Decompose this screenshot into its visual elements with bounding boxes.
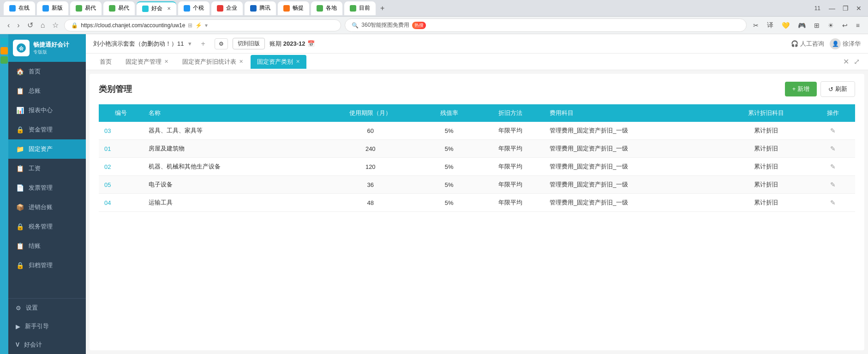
- browser-tab-7[interactable]: 企业: [211, 1, 243, 15]
- sidebar-item-asset[interactable]: 📁 固定资产: [8, 139, 86, 159]
- back-button[interactable]: ‹: [6, 19, 12, 31]
- user-dropdown-icon[interactable]: ▾: [188, 40, 192, 47]
- tabs-close-button[interactable]: ✕: [842, 56, 850, 67]
- cell-action-0[interactable]: ✎: [811, 122, 855, 140]
- cell-name-2: 机器、机械和其他生产设备: [143, 158, 320, 176]
- page-tab-category[interactable]: 固定资产类别 ✕: [251, 55, 306, 69]
- add-company-button[interactable]: +: [196, 38, 210, 50]
- brightness-icon[interactable]: ☀: [825, 20, 837, 31]
- sidebar-item-tax[interactable]: 🔒 税务管理: [8, 217, 86, 236]
- reload-button[interactable]: ↺: [25, 19, 35, 31]
- sidebar-item-fund[interactable]: 🔒 资金管理: [8, 120, 86, 139]
- icon-sidebar-top[interactable]: [0, 38, 8, 45]
- calendar-icon[interactable]: 📅: [307, 40, 315, 47]
- icon-sidebar: [0, 34, 8, 354]
- browser-tab-5-close[interactable]: ✕: [167, 6, 171, 11]
- cell-expense-2: 管理费用_固定资产折旧_一级: [544, 158, 721, 176]
- cut-icon[interactable]: ✂: [750, 20, 761, 31]
- sidebar-item-archive[interactable]: 🔒 归档管理: [8, 256, 86, 275]
- grid-icon[interactable]: ⊞: [811, 20, 822, 31]
- cell-method-1: 年限平均: [477, 140, 544, 158]
- cell-code-2: 02: [99, 158, 143, 176]
- browser-tab-4[interactable]: 易代: [103, 1, 135, 15]
- page-tab-category-close[interactable]: ✕: [296, 59, 300, 65]
- icon-sidebar-bot[interactable]: [0, 56, 8, 64]
- sidebar-item-invoice[interactable]: 📄 发票管理: [8, 178, 86, 198]
- sidebar-item-payroll[interactable]: 📋 工资: [8, 159, 86, 178]
- undo-icon[interactable]: ↩: [839, 20, 850, 31]
- sidebar-bottom: ⚙ 设置 ▶ 新手引导 V 好会计: [8, 298, 86, 354]
- game-icon[interactable]: 🎮: [795, 20, 808, 31]
- page-tab-depreciation[interactable]: 固定资产折旧统计表 ✕: [176, 55, 250, 69]
- switch-version-button[interactable]: 切到旧版: [233, 38, 265, 49]
- app-layout: 会 畅捷通好会计 专版版 🏠 首页 📋 总账 📊 报表中心 🔒 资金管: [0, 34, 868, 354]
- forward-button[interactable]: ›: [15, 19, 21, 31]
- sidebar-item-more[interactable]: V 好会计: [8, 336, 86, 354]
- browser-tab-2[interactable]: 新版: [37, 1, 68, 15]
- edit-button-4[interactable]: ✎: [827, 198, 838, 207]
- home-icon: 🏠: [16, 67, 24, 76]
- sidebar-item-guide[interactable]: ▶ 新手引导: [8, 317, 86, 336]
- url-expand-icon: ⊞: [188, 22, 192, 29]
- page-tab-depreciation-close[interactable]: ✕: [239, 59, 243, 65]
- page-header: 类别管理 + 新增 ↺ 刷新: [99, 81, 855, 97]
- page-tab-asset-mgmt[interactable]: 固定资产管理 ✕: [119, 55, 175, 69]
- invoice-icon: 📄: [16, 184, 24, 192]
- browser-tab-6[interactable]: 个税: [178, 1, 210, 15]
- wallet-icon[interactable]: 💛: [779, 20, 792, 31]
- sidebar-item-home[interactable]: 🏠 首页: [8, 62, 86, 81]
- menu-icon[interactable]: ≡: [853, 20, 862, 31]
- search-bar[interactable]: 🔍 360智能抠图免费用 热搜: [345, 18, 747, 32]
- browser-tab-10[interactable]: 各地: [311, 1, 342, 15]
- sidebar-item-settings[interactable]: ⚙ 设置: [8, 299, 86, 317]
- table-header: 编号 名称 使用期限（月） 残值率 折旧方法 费用科目 累计折旧科目 操作: [99, 104, 855, 122]
- service-button[interactable]: 🎧 人工咨询: [791, 40, 824, 48]
- browser-tab-9[interactable]: 畅提: [278, 1, 309, 15]
- cell-action-1[interactable]: ✎: [811, 140, 855, 158]
- cell-expense-4: 管理费用_固定资产折旧_一级: [544, 194, 721, 212]
- edit-button-2[interactable]: ✎: [827, 162, 838, 171]
- inventory-icon: 📦: [16, 203, 24, 211]
- sidebar-nav: 🏠 首页 📋 总账 📊 报表中心 🔒 资金管理 📁 固定资产 📋 工资: [8, 62, 86, 298]
- browser-tab-11[interactable]: 目前: [344, 1, 376, 15]
- cell-expense-1: 管理费用_固定资产折旧_一级: [544, 140, 721, 158]
- browser-tab-8[interactable]: 腾讯: [245, 1, 276, 15]
- browser-tab-5[interactable]: 好会 ✕: [137, 1, 176, 15]
- sidebar-item-close[interactable]: 📋 结账: [8, 236, 86, 256]
- translate-icon[interactable]: 译: [764, 19, 776, 31]
- bookmark-button[interactable]: ☆: [50, 19, 60, 31]
- home-button[interactable]: ⌂: [39, 19, 47, 31]
- page-tab-home[interactable]: 首页: [93, 55, 118, 69]
- cell-action-3[interactable]: ✎: [811, 176, 855, 194]
- sidebar-item-ledger[interactable]: 📋 总账: [8, 81, 86, 101]
- cell-accum-1: 累计折旧: [721, 140, 811, 158]
- cell-action-4[interactable]: ✎: [811, 194, 855, 212]
- browser-restore[interactable]: ❐: [840, 3, 851, 14]
- edit-button-1[interactable]: ✎: [827, 144, 838, 153]
- cell-action-2[interactable]: ✎: [811, 158, 855, 176]
- add-button[interactable]: + 新增: [785, 82, 817, 96]
- sidebar-logo-icon: 会: [13, 40, 30, 56]
- url-bar[interactable]: 🔒 https://cloud.chanjet.com/accounting/u…: [64, 19, 341, 31]
- icon-sidebar-mid[interactable]: [0, 47, 8, 54]
- settings-gear-button[interactable]: ⚙: [215, 38, 228, 49]
- new-tab-button[interactable]: +: [377, 3, 387, 13]
- search-icon: 🔍: [352, 22, 359, 29]
- col-header-action: 操作: [811, 104, 855, 122]
- refresh-button[interactable]: ↺ 刷新: [820, 81, 855, 97]
- browser-close[interactable]: ✕: [853, 3, 864, 14]
- tabs-expand-button[interactable]: ⤢: [853, 56, 861, 67]
- user-name-button[interactable]: 👤 徐泽华: [830, 38, 861, 49]
- edit-button-3[interactable]: ✎: [827, 180, 838, 189]
- browser-tab-1[interactable]: 在线: [4, 1, 35, 15]
- sidebar-item-report[interactable]: 📊 报表中心: [8, 101, 86, 120]
- url-dropdown-icon[interactable]: ▾: [205, 22, 208, 29]
- cell-name-1: 房屋及建筑物: [143, 140, 320, 158]
- sidebar-item-inventory[interactable]: 📦 进销台账: [8, 198, 86, 217]
- browser-minimize[interactable]: —: [826, 3, 838, 14]
- browser-tab-3[interactable]: 易代: [70, 1, 102, 15]
- cell-expense-3: 管理费用_固定资产折旧_一级: [544, 176, 721, 194]
- page-tab-asset-mgmt-close[interactable]: ✕: [164, 59, 168, 65]
- edit-button-0[interactable]: ✎: [827, 126, 838, 135]
- cell-residual-4: 5%: [421, 194, 477, 212]
